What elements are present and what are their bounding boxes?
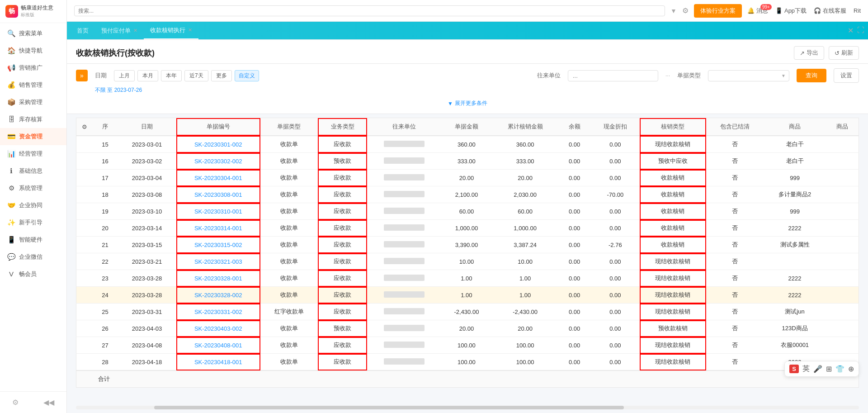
- bill-no-link-7[interactable]: SK-20230321-003: [194, 258, 242, 265]
- online-service-button[interactable]: 🎧 在线客服: [814, 7, 846, 15]
- cell-seq-6: 21: [93, 237, 118, 253]
- sidebar-item-shortcut[interactable]: 🏠快捷导航: [0, 42, 66, 59]
- sidebar-item-hardware[interactable]: 📱智能硬件: [0, 231, 66, 248]
- cell-date-6: 2023-03-15: [118, 237, 176, 253]
- floating-grid-icon[interactable]: ⊞: [826, 365, 832, 373]
- cell-balance-4: 0.00: [558, 203, 591, 220]
- cell-discount-0: 0.00: [590, 136, 640, 153]
- cell-include-cleared-1: 否: [706, 153, 764, 170]
- sidebar-item-marketing[interactable]: 📢营销推广: [0, 59, 66, 76]
- settings-icon[interactable]: ⚙: [9, 395, 21, 409]
- refresh-button[interactable]: ↺ 刷新: [829, 46, 859, 60]
- sidebar-item-search[interactable]: 🔍搜索菜单: [0, 25, 66, 42]
- sidebar-item-operation[interactable]: 📊经营管理: [0, 145, 66, 162]
- tab-home[interactable]: 首页: [71, 22, 95, 39]
- bill-no-link-2[interactable]: SK-20230304-001: [194, 175, 242, 181]
- sidebar-label-guide: 新手引导: [19, 218, 42, 227]
- bill-no-link-5[interactable]: SK-20230314-001: [194, 225, 242, 232]
- bill-type-select[interactable]: [708, 70, 789, 81]
- breadcrumb-dropdown[interactable]: ▼: [670, 7, 677, 14]
- table-row: 16 2023-03-02 SK-20230302-002 收款单 预收款 33…: [76, 153, 859, 170]
- cell-date-11: 2023-04-03: [118, 320, 176, 337]
- cell-discount-11: 0.00: [590, 320, 640, 337]
- sidebar-item-wechat[interactable]: 💬企业微信: [0, 248, 66, 266]
- more-date-button[interactable]: 更多: [211, 70, 232, 81]
- sidebar-icon-inventory: 🗄: [7, 115, 15, 123]
- bill-no-link-1[interactable]: SK-20230302-002: [194, 158, 242, 165]
- tab-close-all-icon[interactable]: ✕: [848, 26, 854, 35]
- tab-actions: ✕ ⛶: [848, 26, 864, 35]
- th-gear[interactable]: ⚙: [76, 118, 93, 136]
- cell-gear-1: [76, 153, 93, 170]
- cell-bill-type-8: 收款单: [260, 270, 318, 287]
- bill-no-link-11[interactable]: SK-20230403-002: [194, 325, 242, 332]
- sidebar: 畅 畅康道好生意 标推版 🔍搜索菜单🏠快捷导航📢营销推广💰销售管理📦采购管理🗄库…: [0, 0, 67, 413]
- sidebar-item-finance[interactable]: 💳资金管理: [0, 128, 66, 145]
- 7days-button[interactable]: 近7天: [184, 70, 208, 81]
- main-content: ▼ ⚙ 体验行业方案 🔔 消息 99+ 📱 App下载 🎧 在线客服 Rit 首…: [67, 0, 868, 413]
- floating-mic-icon[interactable]: 🎤: [813, 365, 822, 373]
- sidebar-item-system[interactable]: ⚙系统管理: [0, 180, 66, 197]
- cell-seq-1: 16: [93, 153, 118, 170]
- topbar-gear-icon[interactable]: ⚙: [682, 6, 689, 15]
- bill-no-link-12[interactable]: SK-20230408-001: [194, 342, 242, 349]
- sidebar-item-enterprise[interactable]: 🤝企业协同: [0, 197, 66, 214]
- footer-total-label: 合计: [93, 370, 859, 388]
- cell-date-8: 2023-03-28: [118, 270, 176, 287]
- cell-goods2-4: [826, 203, 859, 220]
- industry-solution-button[interactable]: 体验行业方案: [694, 4, 742, 18]
- scrollbar-thumb[interactable]: [154, 406, 624, 409]
- cell-verified-0: 360.00: [492, 136, 558, 153]
- table-wrap: ⚙ 序 日期 单据编号 单据类型 业务类型 往来单位 单据金额 累计核销金额 余…: [67, 118, 868, 406]
- sidebar-label-hardware: 智能硬件: [19, 236, 42, 244]
- sidebar-item-inventory[interactable]: 🗄库存核算: [0, 111, 66, 128]
- this-month-button[interactable]: 本月: [137, 70, 158, 81]
- bill-no-link-6[interactable]: SK-20230315-002: [194, 242, 242, 248]
- partner-input[interactable]: [568, 70, 658, 81]
- bill-no-link-10[interactable]: SK-20230331-002: [194, 309, 242, 315]
- sidebar-item-member[interactable]: V畅会员: [0, 266, 66, 283]
- floating-plus-icon[interactable]: ⊕: [848, 365, 854, 373]
- th-bill-type: 单据类型: [260, 118, 318, 136]
- sidebar-item-guide[interactable]: ✨新手引导: [0, 214, 66, 231]
- message-button[interactable]: 🔔 消息 99+: [747, 7, 768, 15]
- sidebar-item-sales[interactable]: 💰销售管理: [0, 76, 66, 94]
- tab-receipt[interactable]: 收款核销执行 ✕: [144, 22, 198, 39]
- bill-no-link-3[interactable]: SK-20230308-001: [194, 191, 242, 198]
- filter-bar: » 日期 上月 本月 本年 近7天 更多 自定义 往来单位 ··· 单据类型: [67, 64, 868, 114]
- setting-button[interactable]: 设置: [834, 68, 859, 83]
- th-goods2: 商品: [826, 118, 859, 136]
- floating-shirt-icon[interactable]: 👕: [835, 365, 844, 373]
- tab-prepay[interactable]: 预付应付单 ✕: [95, 22, 144, 39]
- bill-no-link-9[interactable]: SK-20230328-002: [194, 292, 242, 299]
- filter-collapse-button[interactable]: »: [76, 70, 88, 81]
- tab-receipt-close[interactable]: ✕: [188, 27, 192, 33]
- floating-text-icon[interactable]: 英: [802, 364, 810, 374]
- global-search-input[interactable]: [74, 5, 665, 16]
- bill-no-link-13[interactable]: SK-20230418-001: [194, 359, 242, 366]
- query-button[interactable]: 查询: [797, 69, 826, 82]
- bill-type-select-wrap: [708, 70, 789, 81]
- collapse-icon[interactable]: ◀◀: [41, 395, 57, 409]
- horizontal-scrollbar[interactable]: [76, 406, 859, 409]
- last-month-button[interactable]: 上月: [114, 70, 135, 81]
- bill-no-link-4[interactable]: SK-20230310-001: [194, 208, 242, 215]
- sidebar-item-purchase[interactable]: 📦采购管理: [0, 94, 66, 111]
- cell-verify-type-1: 预收中应收: [640, 153, 706, 170]
- cell-verified-12: 100.00: [492, 337, 558, 354]
- tab-maximize-icon[interactable]: ⛶: [857, 26, 864, 35]
- cell-gear-0: [76, 136, 93, 153]
- bill-no-link-8[interactable]: SK-20230328-001: [194, 275, 242, 282]
- sidebar-item-basic[interactable]: ℹ基础信息: [0, 162, 66, 180]
- app-download-button[interactable]: 📱 App下载: [775, 7, 807, 15]
- partner-filter-label: 往来单位: [537, 71, 561, 80]
- tab-prepay-close[interactable]: ✕: [133, 28, 137, 33]
- this-year-button[interactable]: 本年: [161, 70, 182, 81]
- cell-date-3: 2023-03-08: [118, 186, 176, 203]
- th-include-cleared: 包含已结清: [706, 118, 764, 136]
- cell-goods-0: 老白干: [764, 136, 826, 153]
- cell-bill-no-6: SK-20230315-002: [176, 237, 260, 253]
- expand-more-button[interactable]: ▼ 展开更多条件: [76, 98, 859, 109]
- export-button[interactable]: ↗ 导出: [794, 46, 824, 60]
- bill-no-link-0[interactable]: SK-20230301-002: [194, 141, 242, 148]
